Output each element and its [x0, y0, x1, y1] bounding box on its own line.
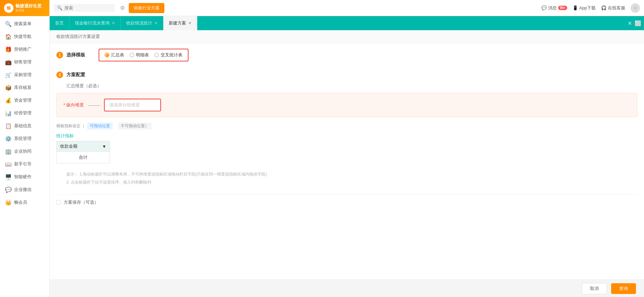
marketing-label: 营销推广 [14, 46, 32, 52]
sidebar-item-quick-nav[interactable]: 🏠 快捷导航 [0, 30, 49, 43]
tab-collection-label: 收款情况统计 [126, 20, 152, 26]
vertical-dimension-label: * 纵向维度 [63, 102, 84, 108]
notification-badge: 99+ [558, 6, 567, 10]
sidebar-item-basic[interactable]: 📋 基础信息 [0, 119, 49, 132]
step2-num: 2 [56, 71, 63, 78]
template-cross[interactable]: 交叉统计表 [154, 52, 182, 58]
sidebar-item-enterprise[interactable]: 🏢 企业协同 [0, 145, 49, 158]
basic-label: 基础信息 [14, 123, 32, 129]
fixed-tag: 不可拖动位置） [118, 122, 152, 130]
dimension-area: * 纵向维度 —— 请选择分组维度 [56, 93, 637, 117]
template-summary-label: 汇总表 [111, 52, 124, 58]
sidebar-item-inventory[interactable]: 📦 库存核算 [0, 81, 49, 94]
template-options: 汇总表 明细表 交叉统计表 [99, 49, 189, 61]
sidebar-item-member[interactable]: 👑 畅会员 [0, 196, 49, 209]
online-service-btn[interactable]: 🎧 在线客服 [601, 5, 625, 11]
inventory-label: 库存核算 [14, 85, 32, 91]
tab-bank[interactable]: 现金银行流水查询 ✕ [69, 16, 121, 30]
metrics-table: 收款金额 ▼ 合计 [56, 141, 110, 163]
tips-section: 提示： 1.拖动标题栏可以调整布局，不可跨维度或指标区域拖动栏目字段(只能在同一… [66, 167, 637, 189]
operations-icon: 📊 [5, 110, 11, 116]
message-btn[interactable]: 💬 消息 99+ [541, 5, 567, 11]
topbar-right: 💬 消息 99+ 📱 App下载 🎧 在线客服 U [541, 3, 640, 13]
trial-button[interactable]: 体验行业方案 [129, 3, 164, 13]
logo-title: 畅捷通好生意 [15, 3, 42, 9]
tab-bank-close[interactable]: ✕ [112, 21, 115, 26]
wechat-icon: 💬 [5, 187, 11, 193]
movable-tag: 可拖动位置 [87, 122, 113, 130]
tab-new-plan-label: 新建方案 [169, 20, 186, 26]
metrics-section: 模板指标设定（ 可拖动位置 不可拖动位置） 统计指标 收款金额 ▼ 合计 [56, 122, 637, 167]
sidebar-logo: 畅 畅捷通好生意 标准版 [0, 0, 49, 16]
tabs-actions: ✕ ⬜ [628, 20, 644, 27]
inventory-icon: 📦 [5, 85, 11, 91]
metrics-table-header: 收款金额 ▼ [57, 141, 110, 152]
hardware-icon: 🖥️ [5, 174, 11, 180]
query-button[interactable]: 查询 [611, 283, 636, 294]
dimension-arrow-icon: —— [88, 102, 100, 109]
cancel-button[interactable]: 取消 [582, 283, 607, 294]
sidebar-item-operations[interactable]: 📊 经营管理 [0, 107, 49, 119]
search-input[interactable] [64, 5, 111, 10]
main-content: 🔍 ⚙ 体验行业方案 💬 消息 99+ 📱 App下载 🎧 在线客服 U 首页 [50, 0, 644, 297]
dimension-select[interactable]: 请选择分组维度 [104, 99, 161, 111]
save-label: 方案保存（可选） [64, 199, 99, 205]
logo-badge: 标准版 [15, 8, 42, 13]
sidebar-item-sales[interactable]: 💼 销售管理 [0, 56, 49, 68]
sidebar-item-wechat[interactable]: 💬 企业微信 [0, 183, 49, 196]
tab-home-label: 首页 [55, 20, 64, 26]
sidebar-nav: 🔍 搜索菜单 🏠 快捷导航 🎁 营销推广 💼 销售管理 🛒 采购管理 📦 库存核… [0, 16, 49, 297]
tab-home[interactable]: 首页 [50, 16, 69, 30]
bottom-bar: 取消 查询 [50, 280, 644, 297]
message-icon: 💬 [541, 5, 547, 10]
tab-collection-close[interactable]: ✕ [154, 21, 158, 26]
template-detail-label: 明细表 [136, 52, 149, 58]
topbar: 🔍 ⚙ 体验行业方案 💬 消息 99+ 📱 App下载 🎧 在线客服 U [50, 0, 644, 16]
quick-nav-label: 快捷导航 [14, 34, 32, 40]
tab-new-plan[interactable]: 新建方案 ✕ [163, 16, 197, 30]
member-label: 畅会员 [14, 199, 27, 205]
template-cross-label: 交叉统计表 [161, 52, 182, 58]
sidebar-item-system[interactable]: ⚙️ 系统管理 [0, 132, 49, 145]
search-box[interactable]: 🔍 [54, 4, 115, 12]
template-detail[interactable]: 明细表 [129, 52, 149, 58]
save-checkbox[interactable] [56, 200, 61, 205]
guide-label: 新手引导 [14, 161, 32, 167]
app-download-btn[interactable]: 📱 App下载 [573, 5, 596, 11]
maximize-icon[interactable]: ⬜ [635, 20, 641, 27]
enterprise-icon: 🏢 [5, 148, 11, 154]
tab-new-plan-close[interactable]: ✕ [188, 21, 192, 26]
sales-label: 销售管理 [14, 59, 32, 65]
basic-icon: 📋 [5, 123, 11, 129]
system-label: 系统管理 [14, 136, 32, 142]
enterprise-label: 企业协同 [14, 148, 32, 154]
sidebar-item-search[interactable]: 🔍 搜索菜单 [0, 17, 49, 30]
save-section: 方案保存（可选） [50, 195, 644, 210]
tab-collection[interactable]: 收款情况统计 ✕ [121, 16, 163, 30]
radio-cross-circle [154, 53, 159, 57]
col-dropdown-icon[interactable]: ▼ [102, 144, 106, 149]
tab-bank-label: 现金银行流水查询 [75, 20, 110, 26]
step1-num: 1 [56, 52, 63, 58]
user-avatar[interactable]: U [631, 3, 640, 13]
gear-icon[interactable]: ⚙ [120, 5, 125, 11]
sidebar-item-guide[interactable]: 📖 新手引导 [0, 158, 49, 170]
sidebar-item-marketing[interactable]: 🎁 营销推广 [0, 43, 49, 56]
step1-header: 1 选择模板 汇总表 明细表 交叉统计表 [56, 49, 637, 61]
sidebar-item-finance[interactable]: 💰 资金管理 [0, 94, 49, 107]
template-summary[interactable]: 汇总表 [105, 52, 124, 58]
marketing-icon: 🎁 [5, 46, 11, 52]
member-icon: 👑 [5, 199, 11, 205]
dimension-row: * 纵向维度 —— 请选择分组维度 [63, 99, 630, 111]
step1-section: 1 选择模板 汇总表 明细表 交叉统计表 [50, 43, 644, 71]
step2-section: 2 方案配置 汇总维度（必选） * 纵向维度 —— 请选择分组维度 [50, 71, 644, 194]
tip-line-1: 提示： 1.拖动标题栏可以调整布局，不可跨维度或指标区域拖动栏目字段(只能在同一… [66, 170, 637, 178]
content-inner: 收款情况统计方案设置 1 选择模板 汇总表 明细表 [50, 30, 644, 280]
sidebar-item-hardware[interactable]: 🖥️ 智能硬件 [0, 170, 49, 183]
logo-icon: 畅 [4, 3, 13, 13]
search-icon: 🔍 [5, 21, 11, 27]
close-all-icon[interactable]: ✕ [628, 20, 632, 27]
step2-header: 2 方案配置 [56, 71, 637, 78]
metrics-table-row: 合计 [57, 152, 110, 163]
sidebar-item-purchase[interactable]: 🛒 采购管理 [0, 68, 49, 81]
